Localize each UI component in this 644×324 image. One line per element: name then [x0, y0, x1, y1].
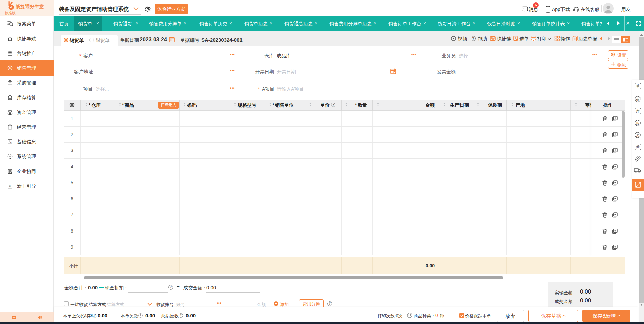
svg-text:新: 新 — [9, 185, 11, 187]
svg-text:$: $ — [9, 67, 11, 69]
svg-text:欠: 欠 — [636, 134, 639, 137]
svg-text:价: 价 — [636, 98, 639, 101]
svg-text:A: A — [10, 141, 12, 144]
svg-text:历: 历 — [636, 122, 639, 125]
